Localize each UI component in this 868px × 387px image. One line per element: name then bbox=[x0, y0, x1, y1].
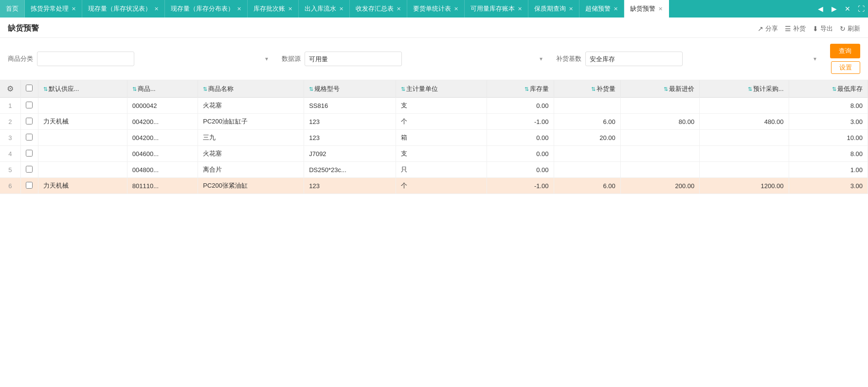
tab-fullscreen-btn[interactable]: ⛶ bbox=[854, 0, 868, 18]
header-actions: ↗ 分享 ☰ 补货 ⬇ 导出 ↻ 刷新 bbox=[758, 24, 860, 33]
col-estimated-purchase[interactable]: ⇅预计采购... bbox=[700, 80, 789, 98]
row-spec: SS816 bbox=[304, 98, 396, 114]
category-select[interactable] bbox=[37, 52, 134, 66]
tab-close-icon[interactable]: ✕ bbox=[397, 6, 401, 12]
col-product-code[interactable]: ⇅商品... bbox=[127, 80, 198, 98]
col-checkbox bbox=[20, 80, 38, 98]
row-min-stock: 1.00 bbox=[789, 162, 868, 178]
col-latest-price[interactable]: ⇅最新进价 bbox=[620, 80, 699, 98]
datasource-select[interactable]: 可用量 库存量 bbox=[305, 52, 402, 66]
tab-close-icon[interactable]: ✕ bbox=[339, 6, 344, 12]
tab-close-icon[interactable]: ✕ bbox=[154, 6, 159, 12]
spec-sort-icon: ⇅ bbox=[309, 86, 313, 92]
row-product-name: PC200张紧油缸 bbox=[198, 178, 304, 194]
tab-label: 可用量库存账本 bbox=[470, 4, 515, 13]
tab-item-10[interactable]: 超储预警✕ bbox=[579, 0, 624, 18]
row-checkbox[interactable] bbox=[26, 102, 33, 108]
export-action[interactable]: ⬇ 导出 bbox=[813, 24, 833, 33]
row-supplier bbox=[38, 98, 127, 114]
table-row: 2 力天机械 004200... PC200油缸缸子 123 个 -1.00 6… bbox=[0, 114, 868, 130]
row-product-name: 三九 bbox=[198, 130, 304, 146]
tab-bar: 首页拣货异常处理✕现存量（库存状况表）✕现存量（库存分布表）✕库存批次账✕出入库… bbox=[0, 0, 868, 18]
row-checkbox[interactable] bbox=[26, 150, 33, 157]
col-settings: ⚙ bbox=[0, 80, 20, 98]
row-estimated-purchase bbox=[700, 98, 789, 114]
row-checkbox-cell[interactable] bbox=[20, 146, 38, 162]
col-supplier[interactable]: ⇅默认供应... bbox=[38, 80, 127, 98]
row-checkbox-cell[interactable] bbox=[20, 114, 38, 130]
query-button[interactable]: 查询 bbox=[830, 44, 860, 58]
row-product-name: 火花塞 bbox=[198, 98, 304, 114]
settings-button[interactable]: 设置 bbox=[831, 61, 860, 74]
row-product-name: 离合片 bbox=[198, 162, 304, 178]
share-action[interactable]: ↗ 分享 bbox=[758, 24, 778, 33]
row-product-name: PC200油缸缸子 bbox=[198, 114, 304, 130]
tab-item-3[interactable]: 现存量（库存分布表）✕ bbox=[165, 0, 248, 18]
row-product-code: 004600... bbox=[127, 146, 198, 162]
row-replenish: 20.00 bbox=[554, 130, 620, 146]
tab-close-icon[interactable]: ✕ bbox=[658, 6, 663, 12]
row-latest-price bbox=[620, 146, 699, 162]
row-replenish bbox=[554, 146, 620, 162]
tab-close-icon[interactable]: ✕ bbox=[614, 6, 618, 12]
tab-label: 首页 bbox=[6, 4, 18, 13]
tab-close-icon[interactable]: ✕ bbox=[454, 6, 458, 12]
tab-item-7[interactable]: 要货单统计表✕ bbox=[407, 0, 465, 18]
row-product-code: 004800... bbox=[127, 162, 198, 178]
settings-gear-icon[interactable]: ⚙ bbox=[7, 84, 14, 93]
tab-close-icon[interactable]: ✕ bbox=[288, 6, 292, 12]
tab-close-icon[interactable]: ✕ bbox=[569, 6, 573, 12]
col-spec[interactable]: ⇅规格型号 bbox=[304, 80, 396, 98]
table-row: 6 力天机械 801110... PC200张紧油缸 123 个 -1.00 6… bbox=[0, 178, 868, 194]
tab-item-11[interactable]: 缺货预警✕ bbox=[624, 0, 669, 18]
replenish-action[interactable]: ☰ 补货 bbox=[785, 24, 806, 33]
row-latest-price: 80.00 bbox=[620, 114, 699, 130]
tab-item-9[interactable]: 保质期查询✕ bbox=[528, 0, 579, 18]
col-stock[interactable]: ⇅库存量 bbox=[487, 80, 554, 98]
tab-item-4[interactable]: 库存批次账✕ bbox=[248, 0, 299, 18]
tab-item-8[interactable]: 可用量库存账本✕ bbox=[465, 0, 528, 18]
row-checkbox[interactable] bbox=[26, 166, 33, 173]
min-stock-sort-icon: ⇅ bbox=[832, 86, 836, 92]
row-checkbox-cell[interactable] bbox=[20, 130, 38, 146]
row-unit: 箱 bbox=[396, 130, 487, 146]
tab-close-icon[interactable]: ✕ bbox=[72, 6, 76, 12]
col-product-name[interactable]: ⇅商品名称 bbox=[198, 80, 304, 98]
refresh-action[interactable]: ↻ 刷新 bbox=[840, 24, 860, 33]
row-unit: 个 bbox=[396, 178, 487, 194]
tab-close-icon[interactable]: ✕ bbox=[518, 6, 522, 12]
row-stock: -1.00 bbox=[487, 178, 554, 194]
tab-close-icon[interactable]: ✕ bbox=[237, 6, 241, 12]
tab-next-btn[interactable]: ▶ bbox=[827, 0, 841, 18]
stock-sort-icon: ⇅ bbox=[524, 86, 529, 92]
col-replenish[interactable]: ⇅补货量 bbox=[554, 80, 620, 98]
replenish-base-filter-group: 补货基数 安全库存 最低库存 bbox=[556, 52, 820, 66]
row-unit: 支 bbox=[396, 146, 487, 162]
tab-close-btn[interactable]: ✕ bbox=[841, 0, 854, 18]
row-checkbox[interactable] bbox=[26, 134, 33, 141]
row-number: 5 bbox=[0, 162, 20, 178]
row-spec: 123 bbox=[304, 114, 396, 130]
tab-item-0[interactable]: 首页 bbox=[0, 0, 25, 18]
col-unit[interactable]: ⇅主计量单位 bbox=[396, 80, 487, 98]
tab-item-6[interactable]: 收发存汇总表✕ bbox=[350, 0, 407, 18]
row-checkbox-cell[interactable] bbox=[20, 178, 38, 194]
row-min-stock: 10.00 bbox=[789, 130, 868, 146]
row-checkbox-cell[interactable] bbox=[20, 98, 38, 114]
row-product-code: 004200... bbox=[127, 114, 198, 130]
tab-item-2[interactable]: 现存量（库存状况表）✕ bbox=[82, 0, 165, 18]
tab-item-1[interactable]: 拣货异常处理✕ bbox=[25, 0, 82, 18]
row-checkbox[interactable] bbox=[26, 118, 33, 124]
row-checkbox[interactable] bbox=[26, 182, 33, 189]
row-supplier: 力天机械 bbox=[38, 178, 127, 194]
select-all-checkbox[interactable] bbox=[26, 85, 33, 91]
tab-item-5[interactable]: 出入库流水✕ bbox=[299, 0, 350, 18]
tab-prev-btn[interactable]: ◀ bbox=[814, 0, 827, 18]
product-code-sort-icon: ⇅ bbox=[132, 86, 137, 92]
table-row: 4 004600... 火花塞 J7092 支 0.00 8.00 bbox=[0, 146, 868, 162]
latest-price-sort-icon: ⇅ bbox=[664, 86, 668, 92]
col-min-stock[interactable]: ⇅最低库存 bbox=[789, 80, 868, 98]
replenish-base-select[interactable]: 安全库存 最低库存 bbox=[585, 52, 683, 66]
row-checkbox-cell[interactable] bbox=[20, 162, 38, 178]
row-replenish bbox=[554, 98, 620, 114]
